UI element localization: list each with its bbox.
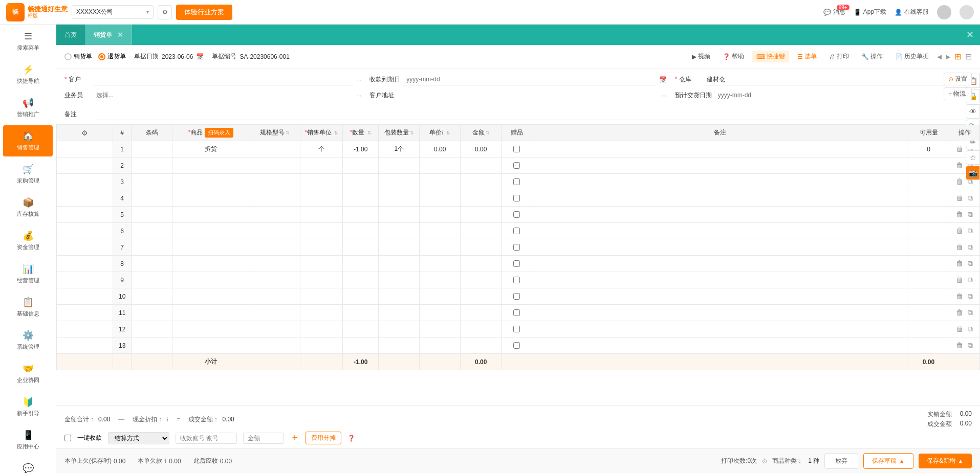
row-product[interactable] — [172, 223, 249, 239]
row-unit[interactable] — [300, 223, 343, 239]
row-gift[interactable] — [502, 174, 532, 190]
sidebar-item-guide[interactable]: 🔰 新手引导 — [3, 391, 53, 422]
tab-sales-order[interactable]: 销货单 ✕ — [85, 25, 132, 45]
row-amount[interactable] — [461, 174, 502, 190]
delete-row-button[interactable]: 🗑 — [954, 324, 965, 334]
gift-checkbox[interactable] — [513, 277, 520, 283]
delete-row-button[interactable]: 🗑 — [954, 258, 965, 268]
row-spec[interactable] — [249, 337, 300, 354]
video-button[interactable]: ▶ 视频 — [688, 50, 714, 63]
row-pack-qty[interactable] — [379, 256, 420, 272]
delete-row-button[interactable]: 🗑 — [954, 193, 965, 203]
row-gift[interactable] — [502, 239, 532, 256]
row-product[interactable] — [172, 157, 249, 174]
row-amount[interactable] — [461, 256, 502, 272]
row-price[interactable] — [420, 321, 461, 337]
row-amount[interactable]: 0.00 — [461, 141, 502, 157]
row-qty[interactable] — [343, 157, 379, 174]
row-unit[interactable] — [300, 321, 343, 337]
row-product[interactable] — [172, 207, 249, 223]
payment-method-select[interactable]: 结算方式 — [108, 432, 169, 444]
customer-addr-input[interactable] — [398, 89, 658, 101]
row-pack-qty[interactable] — [379, 321, 420, 337]
calendar-icon[interactable]: 📅 — [196, 53, 204, 60]
app-download-button[interactable]: 📱 App下载 — [854, 8, 886, 16]
copy-row-button[interactable]: ⧉ — [966, 193, 974, 204]
row-spec[interactable] — [249, 207, 300, 223]
gift-checkbox[interactable] — [513, 178, 520, 185]
row-price[interactable] — [420, 239, 461, 256]
salesperson-dots[interactable]: ··· — [356, 92, 361, 99]
delete-row-button[interactable]: 🗑 — [954, 340, 965, 350]
row-barcode[interactable] — [132, 272, 172, 288]
row-price[interactable] — [420, 272, 461, 288]
delete-row-button[interactable]: 🗑 — [954, 144, 965, 154]
row-barcode[interactable] — [132, 305, 172, 321]
row-note[interactable] — [532, 272, 908, 288]
delete-row-button[interactable]: 🗑 — [954, 242, 965, 252]
gift-checkbox[interactable] — [513, 326, 520, 332]
row-note[interactable] — [532, 207, 908, 223]
fee-split-button[interactable]: 费用分摊 — [306, 432, 341, 444]
row-amount[interactable] — [461, 223, 502, 239]
copy-row-button[interactable]: ⧉ — [966, 275, 974, 285]
row-pack-qty[interactable] — [379, 223, 420, 239]
date-value[interactable]: 2023-06-06 — [162, 53, 193, 60]
row-unit[interactable]: 个 — [300, 141, 343, 157]
row-gift[interactable] — [502, 256, 532, 272]
row-barcode[interactable] — [132, 337, 172, 354]
expected-date-input[interactable] — [715, 89, 961, 101]
sidebar-item-sales[interactable]: 🏠 销售管理 — [3, 125, 53, 156]
row-amount[interactable] — [461, 157, 502, 174]
row-barcode[interactable] — [132, 174, 172, 190]
row-product[interactable] — [172, 256, 249, 272]
row-note[interactable] — [532, 239, 908, 256]
row-spec[interactable] — [249, 174, 300, 190]
row-spec[interactable] — [249, 256, 300, 272]
row-product[interactable] — [172, 272, 249, 288]
row-product[interactable] — [172, 337, 249, 354]
row-price[interactable] — [420, 256, 461, 272]
grid-view-icon[interactable]: ⊟ — [965, 52, 972, 61]
total-debt-info-icon[interactable]: ℹ — [164, 458, 167, 465]
row-spec[interactable] — [249, 288, 300, 305]
row-qty[interactable] — [343, 321, 379, 337]
row-amount[interactable] — [461, 321, 502, 337]
row-barcode[interactable] — [132, 321, 172, 337]
gift-checkbox[interactable] — [513, 342, 520, 349]
save-draft-chevron-icon[interactable]: ▲ — [899, 458, 905, 465]
gear-th-icon[interactable]: ⚙ — [81, 129, 88, 137]
float-btn-6[interactable]: ☆ — [966, 150, 980, 165]
copy-row-button[interactable]: ⧉ — [966, 226, 974, 236]
row-gift[interactable] — [502, 272, 532, 288]
row-pack-qty[interactable] — [379, 239, 420, 256]
copy-row-button[interactable]: ⧉ — [966, 242, 974, 253]
row-amount[interactable] — [461, 288, 502, 305]
row-unit[interactable] — [300, 288, 343, 305]
row-spec[interactable] — [249, 239, 300, 256]
delete-row-button[interactable]: 🗑 — [954, 209, 965, 219]
row-qty[interactable] — [343, 337, 379, 354]
sidebar-item-marketing[interactable]: 📢 营销推广 — [3, 92, 53, 123]
radio-sales[interactable]: 销货单 — [64, 52, 92, 61]
row-spec[interactable] — [249, 272, 300, 288]
row-gift[interactable] — [502, 207, 532, 223]
row-barcode[interactable] — [132, 207, 172, 223]
delete-row-button[interactable]: 🗑 — [954, 291, 965, 301]
due-date-calendar-icon[interactable]: 📅 — [659, 76, 667, 83]
row-note[interactable] — [532, 256, 908, 272]
row-gift[interactable] — [502, 321, 532, 337]
row-note[interactable] — [532, 321, 908, 337]
row-gift[interactable] — [502, 190, 532, 207]
warehouse-input[interactable] — [704, 74, 964, 85]
row-note[interactable] — [532, 174, 908, 190]
row-spec[interactable] — [249, 321, 300, 337]
row-price[interactable] — [420, 190, 461, 207]
discount-info-icon[interactable]: ℹ — [166, 417, 168, 422]
row-amount[interactable] — [461, 190, 502, 207]
row-pack-qty[interactable] — [379, 288, 420, 305]
row-pack-qty[interactable] — [379, 305, 420, 321]
row-spec[interactable] — [249, 157, 300, 174]
row-barcode[interactable] — [132, 239, 172, 256]
row-product[interactable] — [172, 305, 249, 321]
